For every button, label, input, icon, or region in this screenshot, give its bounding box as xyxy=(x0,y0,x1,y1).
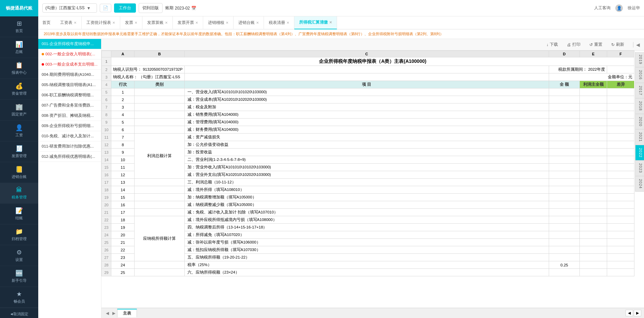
spreadsheet-container[interactable]: A B C D E F 1 企业所得税年度纳税申报表（A类）主表(A100000… xyxy=(101,51,644,308)
list-item-006[interactable]: 006-职工薪酬纳税调整明细... xyxy=(38,90,101,100)
col-header-item: 项 目 xyxy=(184,81,549,88)
sidebar-item-member[interactable]: ★ 畅会员 xyxy=(0,287,38,308)
support-link[interactable]: 人工客询 xyxy=(594,5,611,11)
tab-close-icon[interactable]: ✕ xyxy=(165,21,168,25)
sheet-scroll-right[interactable]: ▶ xyxy=(634,310,641,316)
tab-close-icon[interactable]: ✕ xyxy=(256,21,259,25)
year-tag-2018[interactable]: 2018 xyxy=(635,98,644,114)
sidebar-item-label: 畅会员 xyxy=(14,299,25,304)
year-tag-2017[interactable]: 2017 xyxy=(635,83,644,98)
list-item-009[interactable]: 009-企业所得税补亏损明细... xyxy=(38,121,101,131)
assets-icon: 🏢 xyxy=(15,103,23,111)
tab-close-icon[interactable]: ✕ xyxy=(286,21,289,25)
refresh-button[interactable]: ↻ 刷新 xyxy=(609,41,626,49)
sheet-tab-prev[interactable]: ◀ xyxy=(104,310,111,316)
tab-payroll-stats[interactable]: 工资统计报表 ✕ xyxy=(82,16,120,29)
sidebar-item-reports[interactable]: 📋 报表中心 xyxy=(0,58,38,79)
invoice-icon: 🧾 xyxy=(15,145,23,152)
sidebar-item-guide[interactable]: 🆕 新手引导 xyxy=(0,266,38,287)
sidebar-item-finance[interactable]: 💰 资金管理 xyxy=(0,79,38,100)
sidebar-item-label: 归档管理 xyxy=(12,236,27,241)
refresh-icon: ↻ xyxy=(611,42,615,47)
tab-close-icon[interactable]: ✕ xyxy=(135,21,137,25)
col-header-B: B xyxy=(135,51,184,57)
sidebar-item-label: 资金管理 xyxy=(12,91,27,96)
sidebar-item-settings[interactable]: ⚙ 设置 xyxy=(0,245,38,266)
download-button[interactable]: ↓ 下载 xyxy=(544,41,560,49)
year-tag-2024[interactable]: 2024 xyxy=(635,176,644,192)
row-num: 2 xyxy=(102,66,111,73)
category-profit-calc: 利润总额计算 xyxy=(135,134,184,179)
sidebar-item-label: 首页 xyxy=(15,28,23,33)
company-selector[interactable]: (勾册）江西服宝-LSS ▼ xyxy=(42,3,97,13)
table-row: 28 24 税率（25%） 0.25 xyxy=(102,261,634,269)
member-icon: ★ xyxy=(16,290,22,298)
tab-sales-ledger[interactable]: 进销台账 ✕ xyxy=(234,16,264,29)
sidebar-item-label: 发票管理 xyxy=(12,153,27,158)
tab-home[interactable]: 首页 xyxy=(42,16,55,29)
gear-icon: ⚙ xyxy=(16,249,22,256)
list-item-007[interactable]: 007-广告费和业务宣传费跌... xyxy=(38,100,101,111)
year-tag-2016[interactable]: 2016 xyxy=(635,67,644,83)
sidebar-item-payroll[interactable]: 👤 工资 xyxy=(0,121,38,141)
year-tag-2023[interactable]: 2023 xyxy=(635,161,644,176)
work-platform-button[interactable]: 工作台 xyxy=(114,3,136,13)
list-item-002[interactable]: 002-一般企业收入明细表(A1... xyxy=(38,49,101,59)
panel-collapse-button[interactable]: ◀ xyxy=(633,42,640,47)
tax-icon: 🏛 xyxy=(16,186,22,194)
tab-invoice-open[interactable]: 发票开票 ✕ xyxy=(173,16,203,29)
closing-icon: 📝 xyxy=(15,207,23,215)
tab-close-icon[interactable]: ✕ xyxy=(195,21,198,25)
sheet-scroll-left[interactable]: ◀ xyxy=(626,310,633,316)
year-tag-2019[interactable]: 2019 xyxy=(635,52,644,67)
sidebar-toggle-pin[interactable]: ◄取消固定 xyxy=(0,308,38,318)
tab-invoice-calc[interactable]: 发票算账 ✕ xyxy=(142,16,173,29)
switch-old-button[interactable]: 切到旧版 xyxy=(139,3,163,13)
sidebar-item-label: 新手引导 xyxy=(12,278,27,283)
year-tag-2020[interactable]: 2020 xyxy=(635,114,644,129)
tab-income-tax[interactable]: 所得税汇算清缴 ✕ xyxy=(294,16,337,29)
guide-icon: 🆕 xyxy=(15,269,23,277)
row-num: 4 xyxy=(102,81,111,88)
tab-close-icon[interactable]: ✕ xyxy=(226,21,228,25)
spreadsheet-table: A B C D E F 1 企业所得税年度纳税申报表（A类）主表(A100000… xyxy=(101,51,634,276)
sidebar-item-assets[interactable]: 🏢 固定资产 xyxy=(0,100,38,121)
user-name[interactable]: 徐运华 xyxy=(628,5,640,11)
list-item-008[interactable]: 008-资产折旧、摊销及纳税... xyxy=(38,111,101,121)
year-tag-2022[interactable]: 2022 xyxy=(635,145,644,161)
table-row: 22 18 应纳税所得额计算 减：境外应税所得抵减境内亏损（填写A108000） xyxy=(102,216,634,224)
tab-payroll[interactable]: 工资表 ✕ xyxy=(55,16,82,29)
main-area: (勾册）江西服宝-LSS ▼ 📄 工作台 切到旧版 账期 2023-02 📅 人… xyxy=(38,0,644,318)
year-tag-2021[interactable]: 2021 xyxy=(635,129,644,145)
list-item-012[interactable]: 012-减免所得税优惠明细表(... xyxy=(38,152,101,162)
tab-tax-list[interactable]: 税表清册 ✕ xyxy=(264,16,294,29)
list-item-010[interactable]: 010-免税、减计收入及加计... xyxy=(38,131,101,141)
sidebar-item-closing[interactable]: 📝 结账 xyxy=(0,204,38,224)
reset-button[interactable]: ↺ 重置 xyxy=(587,41,604,49)
sidebar-item-invoice[interactable]: 🧾 发票管理 xyxy=(0,141,38,162)
list-item-011[interactable]: 011-研发费用加计扣除优惠... xyxy=(38,141,101,152)
sheet-tab-main[interactable]: 主表 xyxy=(117,309,137,317)
sheet-tab-next[interactable]: ▶ xyxy=(111,310,117,316)
tab-close-icon[interactable]: ✕ xyxy=(112,21,115,25)
print-button[interactable]: 🖨 打印 xyxy=(565,41,583,49)
sidebar-item-archive[interactable]: 📁 归档管理 xyxy=(0,224,38,245)
sidebar-item-purchase-sales[interactable]: 📒 进销台账 xyxy=(0,162,38,183)
purchase-sales-icon: 📒 xyxy=(15,166,23,173)
doc-button[interactable]: 📄 xyxy=(100,4,111,12)
sidebar-item-home[interactable]: ⊞ 首页 xyxy=(0,16,38,37)
user-avatar: 👤 xyxy=(615,4,623,12)
tab-close-active-icon[interactable]: ✕ xyxy=(329,20,332,24)
tab-audit[interactable]: 进销稽核 ✕ xyxy=(203,16,234,29)
list-item-001[interactable]: 001-企业所得税年度纳税申... xyxy=(38,39,101,49)
list-item-003[interactable]: 003-一般企业成本支出明细... xyxy=(38,59,101,70)
finance-icon: 💰 xyxy=(15,82,23,90)
tab-close-icon[interactable]: ✕ xyxy=(74,21,76,25)
calendar-icon[interactable]: 📅 xyxy=(191,6,196,11)
sidebar-item-tax[interactable]: 🏛 税务管理 xyxy=(0,183,38,204)
list-item-005[interactable]: 005-纳税调整项目明细表(A1... xyxy=(38,80,101,90)
tab-invoice[interactable]: 发票 ✕ xyxy=(120,16,142,29)
sidebar-item-ledger[interactable]: 📊 总账 xyxy=(0,37,38,58)
sidebar-item-label: 工资 xyxy=(15,133,23,138)
list-item-004[interactable]: 004-期间费用明细表(A1040... xyxy=(38,70,101,80)
